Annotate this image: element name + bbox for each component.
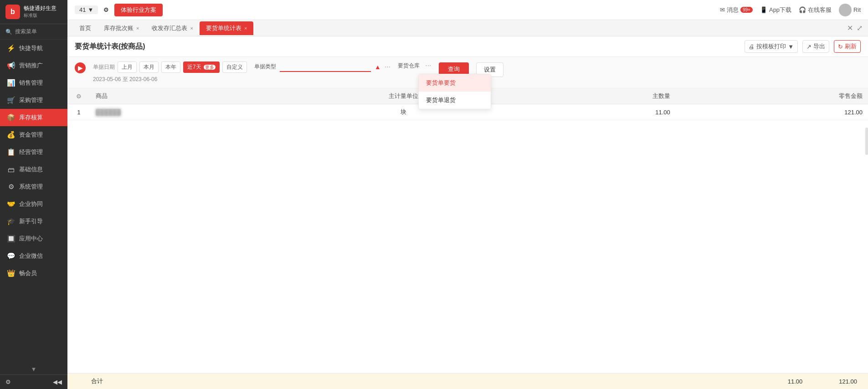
basic-icon: 🗃: [6, 166, 15, 174]
sidebar-scroll-down[interactable]: ▼: [0, 364, 67, 374]
sidebar-item-inventory[interactable]: 📦 库存核算: [0, 109, 67, 126]
marketing-icon: 📢: [6, 61, 15, 70]
sidebar-nav: ⚡ 快捷导航 📢 营销推广 📊 销售管理 🛒 采购管理 📦 库存核算 💰 资金管…: [0, 40, 67, 364]
newbie-icon: 🎓: [6, 217, 15, 225]
topbar: 41 ▼ ⚙ 体验行业方案 ✉ 消息 99+ 📱 App下载 🎧 在线客服 R: [67, 0, 868, 20]
row-quantity: 11.00: [516, 104, 676, 120]
tab-order-summary-close[interactable]: ×: [244, 26, 247, 31]
app-download-label: App下载: [769, 6, 791, 14]
sidebar-item-operation[interactable]: 📋 经营管理: [0, 143, 67, 161]
sidebar-search-label: 搜索菜单: [15, 28, 37, 36]
type-dropdown-arrow[interactable]: ▲: [375, 63, 381, 71]
message-badge: 99+: [740, 7, 753, 13]
wechat-icon: 💬: [6, 252, 15, 260]
refresh-btn[interactable]: ↻ 刷新: [834, 40, 861, 53]
type-filter-input[interactable]: [280, 61, 371, 72]
date-curr-month-btn[interactable]: 本月: [139, 61, 159, 73]
sidebar-item-label: 资金管理: [19, 131, 43, 139]
type-filter-label: 单据类型: [254, 63, 276, 71]
date-filter-dates: 单据日期 上月 本月 本年 近7天 更多 自定义: [93, 61, 247, 73]
sidebar-settings-icon[interactable]: ⚙: [5, 379, 11, 385]
sidebar-item-enterprise[interactable]: 🤝 企业协同: [0, 195, 67, 213]
sidebar-item-member[interactable]: 👑 畅会员: [0, 265, 67, 282]
industry-btn[interactable]: 体验行业方案: [114, 4, 163, 16]
sidebar-item-system[interactable]: ⚙ 系统管理: [0, 178, 67, 195]
app-download-icon: 📱: [760, 6, 767, 13]
col-amount: 零售金额: [676, 88, 868, 104]
tab-receive-summary-close[interactable]: ×: [190, 26, 193, 31]
inventory-icon: 📦: [6, 113, 15, 122]
logo-name: 畅捷通好生意: [24, 5, 56, 12]
tab-count-value: 41: [79, 6, 86, 13]
type-dropdown-menu: 要货单要货 要货单退货: [418, 74, 491, 109]
page-title: 要货单统计表(按商品): [75, 42, 145, 51]
warehouse-filter-row: 要货仓库 ···: [398, 61, 431, 70]
col-settings-icon[interactable]: ⚙: [76, 93, 82, 100]
sidebar-item-sales[interactable]: 📊 销售管理: [0, 74, 67, 92]
tabs-bar: 首页 库存批次账 × 收发存汇总表 × 要货单统计表 × ✕ ⤢: [67, 20, 868, 36]
dropdown-item-order-goods[interactable]: 要货单要货: [419, 74, 491, 92]
message-btn[interactable]: ✉ 消息 99+: [720, 6, 753, 14]
date-year-btn[interactable]: 本年: [161, 61, 180, 73]
message-label: 消息: [727, 6, 739, 14]
logo-sub: 标准版: [24, 12, 56, 19]
date-filter-group: 单据日期 上月 本月 本年 近7天 更多 自定义 2023-05-06 至 20…: [93, 61, 247, 83]
tab-count-badge[interactable]: 41 ▼: [75, 5, 98, 14]
print-btn[interactable]: 🖨 按模板打印 ▼: [745, 40, 798, 53]
export-btn-label: 导出: [813, 42, 825, 51]
dropdown-item-order-return[interactable]: 要货单退货: [419, 92, 491, 109]
sidebar-item-basic[interactable]: 🗃 基础信息: [0, 161, 67, 178]
sidebar-item-marketing[interactable]: 📢 营销推广: [0, 57, 67, 74]
warehouse-filter-group: 要货仓库 ···: [398, 61, 431, 70]
type-filter-group: 单据类型 ▲ ···: [254, 61, 390, 72]
date-prev-month-btn[interactable]: 上月: [118, 61, 137, 73]
sidebar-item-wechat[interactable]: 💬 企业微信: [0, 247, 67, 265]
sidebar-search[interactable]: 🔍 搜索菜单: [0, 24, 67, 40]
tab-home-label: 首页: [79, 24, 91, 32]
sidebar-item-label: 经营管理: [19, 148, 43, 156]
sidebar-item-newbie[interactable]: 🎓 新手引导: [0, 213, 67, 230]
tab-close-all-icon[interactable]: ✕: [847, 24, 853, 32]
export-btn[interactable]: ↗ 导出: [802, 40, 829, 53]
sidebar-item-purchase[interactable]: 🛒 采购管理: [0, 92, 67, 109]
sidebar-item-quick-nav[interactable]: ⚡ 快捷导航: [0, 40, 67, 57]
sidebar-item-label: 销售管理: [19, 79, 43, 87]
print-icon: 🖨: [749, 43, 755, 50]
tab-batch-account[interactable]: 库存批次账 ×: [98, 21, 145, 35]
tab-order-summary[interactable]: 要货单统计表 ×: [200, 21, 253, 35]
footer-label: 合计: [73, 377, 191, 385]
product-blurred-text: ██████: [96, 109, 121, 116]
app-download-btn[interactable]: 📱 App下载: [760, 6, 791, 14]
tab-batch-account-close[interactable]: ×: [136, 26, 139, 31]
type-more-btn[interactable]: ···: [385, 63, 390, 71]
quick-nav-icon: ⚡: [6, 44, 15, 52]
user-avatar-btn[interactable]: Rit: [839, 4, 861, 16]
sidebar-collapse-icon[interactable]: ◀◀: [53, 379, 62, 385]
topbar-settings-icon[interactable]: ⚙: [103, 6, 109, 13]
sidebar-item-apps[interactable]: 🔲 应用中心: [0, 230, 67, 247]
sidebar-item-label: 应用中心: [19, 235, 43, 243]
refresh-btn-label: 刷新: [845, 42, 857, 51]
col-product: 商品: [90, 88, 291, 104]
table-footer: 合计 11.00 121.00: [67, 373, 868, 389]
system-icon: ⚙: [6, 183, 15, 191]
sidebar-item-label: 快捷导航: [19, 44, 43, 52]
type-filter-row: 单据类型 ▲ ···: [254, 61, 390, 72]
tab-expand-icon[interactable]: ⤢: [857, 24, 863, 32]
warehouse-more-btn[interactable]: ···: [425, 61, 431, 70]
headset-icon: 🎧: [799, 6, 806, 13]
date-custom-btn[interactable]: 自定义: [222, 61, 247, 73]
col-quantity: 主数量: [516, 88, 676, 104]
main-area: 41 ▼ ⚙ 体验行业方案 ✉ 消息 99+ 📱 App下载 🎧 在线客服 R: [67, 0, 868, 389]
message-icon: ✉: [720, 6, 725, 13]
date-recent7-btn[interactable]: 近7天 更多: [183, 61, 220, 73]
user-name: Rit: [853, 6, 861, 13]
sidebar-item-finance[interactable]: 💰 资金管理: [0, 126, 67, 143]
filter-expand-btn[interactable]: ▶: [75, 62, 86, 73]
online-service-btn[interactable]: 🎧 在线客服: [799, 6, 832, 14]
finance-icon: 💰: [6, 131, 15, 139]
export-icon: ↗: [806, 43, 812, 50]
footer-quantity: 11.00: [788, 378, 803, 385]
tab-home[interactable]: 首页: [73, 21, 98, 35]
tab-receive-summary[interactable]: 收发存汇总表 ×: [145, 21, 199, 35]
